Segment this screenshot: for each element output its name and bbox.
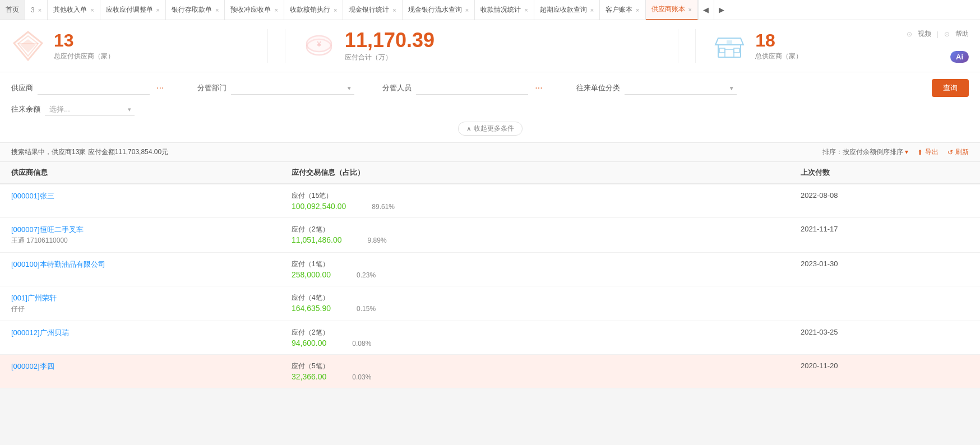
nav-tab-adjust-close[interactable]: × [156, 7, 160, 13]
nav-tab-3[interactable]: 3 × [25, 0, 48, 20]
sort-down-icon[interactable]: ▾ [905, 148, 908, 156]
tx-count-5: 应付（2笔） [292, 328, 801, 337]
stat-info-payable-suppliers: 13 总应付供应商（家） [54, 31, 114, 61]
tx-count-1: 应付（15笔） [292, 191, 801, 201]
tx-row-5: 94,600.00 0.08% [292, 337, 801, 347]
nav-tab-cash-bank-stat-close[interactable]: × [392, 7, 396, 13]
sort-label-text: 排序：按应付余额倒序排序 [822, 148, 903, 156]
category-input[interactable] [625, 81, 737, 95]
tx-amount-6[interactable]: 32,366.00 [292, 372, 326, 381]
payable-total-amount: 11,170.39 [345, 30, 434, 50]
payable-suppliers-count: 13 [54, 31, 114, 49]
supplier-dots-btn[interactable]: ··· [154, 83, 166, 93]
nav-next-arrow[interactable]: ▶ [714, 0, 729, 20]
tx-amount-4[interactable]: 164,635.90 [292, 304, 331, 313]
nav-tab-supplier-close[interactable]: × [688, 6, 692, 13]
nav-tab-cash-flow-close[interactable]: × [465, 7, 469, 13]
last-pay-cell-3: 2023-01-30 [801, 259, 969, 268]
table-row: [000007]恒旺二手叉车 王通 17106110000 应付（2笔） 11,… [0, 218, 980, 253]
ai-badge[interactable]: Ai [950, 51, 969, 63]
collapse-button[interactable]: ∧ 收起更多条件 [458, 122, 523, 136]
tx-row-4: 164,635.90 0.15% [292, 303, 801, 313]
export-button[interactable]: ⬆ 导出 [917, 147, 939, 157]
svg-rect-8 [718, 45, 741, 57]
tx-cell-6: 应付（5笔） 32,366.00 0.03% [292, 361, 801, 381]
supplier-link-1[interactable]: [000001]张三 [11, 192, 54, 200]
person-input[interactable] [416, 81, 528, 95]
supplier-cell-4: [001]广州荣轩 仔仔 [11, 293, 292, 314]
export-icon: ⬆ [917, 149, 923, 156]
nav-tab-3-close[interactable]: × [38, 7, 41, 13]
nav-tab-customer-close[interactable]: × [636, 7, 639, 13]
video-link[interactable]: 视频 [918, 29, 931, 39]
supplier-link-4[interactable]: [001]广州荣轩 [11, 294, 57, 302]
nav-tab-adjust-label: 应收应付调整单 [106, 5, 153, 15]
tx-amount-5[interactable]: 94,600.00 [292, 339, 326, 347]
tx-amount-3[interactable]: 258,000.00 [292, 270, 331, 279]
last-pay-cell-6: 2020-11-20 [801, 361, 969, 370]
supplier-link-5[interactable]: [000012]广州贝瑞 [11, 328, 69, 337]
dept-input[interactable] [231, 81, 354, 95]
stat-divider-2 [695, 29, 696, 63]
nav-tab-prepay-close[interactable]: × [274, 7, 278, 13]
filter-category: 往来单位分类 ▾ [576, 81, 733, 95]
filter-row-1: 供应商 ··· 分管部门 ▾ 分管人员 ··· 往来单位分类 ▾ 查询 [11, 79, 969, 97]
refresh-icon: ↺ [947, 149, 953, 156]
svg-rect-13 [727, 40, 732, 44]
nav-tab-cash-flow[interactable]: 现金银行流水查询 × [403, 0, 475, 20]
tx-amount-2[interactable]: 11,051,486.00 [292, 235, 342, 244]
help-link[interactable]: 帮助 [955, 29, 969, 39]
svg-rect-10 [725, 49, 734, 57]
tx-amount-1[interactable]: 100,092,540.00 [292, 202, 346, 211]
tx-cell-4: 应付（4笔） 164,635.90 0.15% [292, 293, 801, 313]
nav-tab-supplier[interactable]: 供应商账本 × [646, 0, 698, 20]
total-suppliers-count: 18 [755, 31, 802, 49]
tx-row-3: 258,000.00 0.23% [292, 269, 801, 279]
query-button[interactable]: 查询 [932, 79, 969, 97]
nav-tab-bank[interactable]: 银行存取款单 × [166, 0, 225, 20]
person-dots-btn[interactable]: ··· [533, 83, 544, 93]
export-label: 导出 [925, 147, 939, 157]
nav-tab-adjust[interactable]: 应收应付调整单 × [100, 0, 166, 20]
nav-tab-prepay-label: 预收冲应收单 [230, 5, 271, 15]
supplier-input[interactable] [38, 81, 150, 95]
supplier-link-3[interactable]: [000100]本特勤油品有限公司 [11, 260, 105, 268]
tx-count-3: 应付（1笔） [292, 259, 801, 269]
nav-tab-collection-stat-close[interactable]: × [524, 7, 528, 13]
nav-tab-supplier-label: 供应商账本 [651, 4, 685, 14]
nav-tab-other-income[interactable]: 其他收入单 × [48, 0, 100, 20]
last-pay-date-2: 2021-11-17 [801, 225, 838, 233]
nav-tab-collection[interactable]: 收款核销执行 × [284, 0, 343, 20]
refresh-button[interactable]: ↺ 刷新 [947, 147, 969, 157]
nav-tab-bank-close[interactable]: × [215, 7, 219, 13]
result-bar-right: 排序：按应付余额倒序排序 ▾ ⬆ 导出 ↺ 刷新 [822, 147, 969, 157]
dept-filter-label: 分管部门 [197, 83, 226, 93]
svg-text:¥: ¥ [317, 40, 321, 48]
nav-prev-arrow[interactable]: ◀ [698, 0, 714, 20]
supplier-link-6[interactable]: [000002]李四 [11, 362, 54, 370]
nav-tab-customer[interactable]: 客户账本 × [600, 0, 645, 20]
svg-marker-2 [20, 39, 36, 53]
nav-tab-overdue[interactable]: 超期应收款查询 × [534, 0, 600, 20]
nav-tab-other-income-close[interactable]: × [90, 7, 94, 13]
tx-count-2: 应付（2笔） [292, 225, 801, 234]
stat-info-payable-total: 11,170.39 应付合计（万） [345, 30, 434, 62]
last-pay-cell-5: 2021-03-25 [801, 328, 969, 336]
last-pay-date-1: 2022-08-08 [801, 191, 838, 200]
table-header: 供应商信息 应付交易信息（占比） 上次付数 [0, 162, 980, 184]
category-select-wrap [625, 81, 737, 95]
col-header-supplier: 供应商信息 [11, 168, 292, 178]
nav-tab-overdue-close[interactable]: × [590, 7, 594, 13]
tx-cell-2: 应付（2笔） 11,051,486.00 9.89% [292, 225, 801, 244]
nav-tab-collection-stat-label: 收款情况统计 [480, 5, 521, 15]
nav-tab-collection-stat[interactable]: 收款情况统计 × [475, 0, 534, 20]
filter-dept: 分管部门 ▾ [197, 81, 351, 95]
balance-select[interactable]: 选择... [45, 103, 135, 116]
supplier-sub-2: 王通 17106110000 [11, 236, 292, 245]
nav-tab-home[interactable]: 首页 [0, 0, 25, 20]
supplier-link-2[interactable]: [000007]恒旺二手叉车 [11, 225, 84, 234]
nav-tab-collection-close[interactable]: × [334, 7, 337, 13]
nav-tab-cash-bank-stat[interactable]: 现金银行统计 × [343, 0, 402, 20]
nav-tab-prepay[interactable]: 预收冲应收单 × [225, 0, 284, 20]
filter-person: 分管人员 ··· [382, 81, 544, 95]
